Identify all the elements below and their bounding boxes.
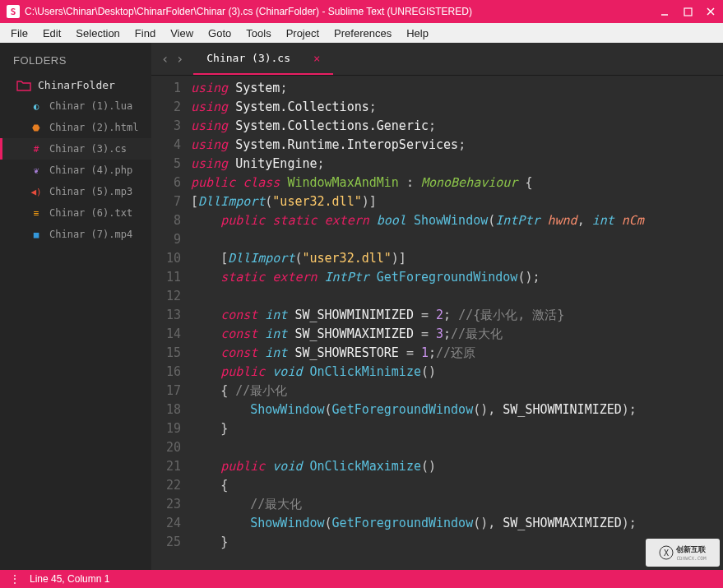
menu-item-project[interactable]: Project <box>279 25 327 42</box>
file-label: Chinar (2).html <box>49 122 138 133</box>
code-line[interactable]: } <box>191 419 723 438</box>
line-number: 3 <box>151 117 181 136</box>
code-line[interactable]: { <box>191 476 723 495</box>
svg-rect-1 <box>684 8 692 16</box>
line-number: 11 <box>151 268 181 287</box>
menu-item-preferences[interactable]: Preferences <box>327 25 399 42</box>
code-line[interactable]: public void OnClickMaximize() <box>191 457 723 476</box>
code-line[interactable] <box>191 230 723 249</box>
file-icon: ◀) <box>30 186 43 197</box>
window-title: C:\Users\Chinar\Desktop\ChinarFolder\Chi… <box>25 6 659 17</box>
line-number: 14 <box>151 325 181 344</box>
line-number: 7 <box>151 192 181 211</box>
svg-text:X: X <box>664 549 669 558</box>
menu-item-selection[interactable]: Selection <box>68 25 127 42</box>
code-line[interactable]: using System.Runtime.InteropServices; <box>191 136 723 155</box>
line-number: 5 <box>151 155 181 174</box>
sidebar-file[interactable]: ■Chinar (7).mp4 <box>0 224 151 245</box>
line-number: 6 <box>151 174 181 192</box>
line-number: 18 <box>151 400 181 419</box>
line-number: 22 <box>151 476 181 495</box>
code-content[interactable]: using System;using System.Collections;us… <box>191 76 723 570</box>
code-line[interactable]: //最大化 <box>191 495 723 514</box>
sidebar-file[interactable]: ◀)Chinar (5).mp3 <box>0 181 151 202</box>
menu-item-view[interactable]: View <box>163 25 201 42</box>
maximize-button[interactable] <box>682 6 693 17</box>
file-icon: ■ <box>30 229 43 240</box>
window-controls <box>659 6 716 17</box>
file-icon: # <box>30 143 43 155</box>
close-button[interactable] <box>705 6 716 17</box>
menu-item-file[interactable]: File <box>3 25 35 42</box>
statusbar-menu-icon[interactable]: ⋮ <box>10 573 20 585</box>
nav-forward-icon[interactable]: › <box>176 51 184 67</box>
line-number: 25 <box>151 533 181 552</box>
file-label: Chinar (1).lua <box>49 100 132 112</box>
code-line[interactable]: const int SW_SHOWRESTORE = 1;//还原 <box>191 344 723 363</box>
sidebar-file[interactable]: ◐Chinar (1).lua <box>0 95 151 117</box>
code-line[interactable]: const int SW_SHOWMAXIMIZED = 3;//最大化 <box>191 325 723 344</box>
line-number: 13 <box>151 306 181 325</box>
line-number: 12 <box>151 287 181 306</box>
line-number: 19 <box>151 419 181 438</box>
folder-label: ChinarFolder <box>38 79 115 91</box>
menu-item-edit[interactable]: Edit <box>35 25 68 42</box>
code-line[interactable]: [DllImport("user32.dll")] <box>191 192 723 211</box>
tab-active[interactable]: Chinar (3).cs × <box>193 43 333 75</box>
file-label: Chinar (7).mp4 <box>49 229 132 240</box>
tab-label: Chinar (3).cs <box>206 52 290 64</box>
code-line[interactable]: ShowWindow(GetForegroundWindow(), SW_SHO… <box>191 400 723 419</box>
line-number: 4 <box>151 136 181 155</box>
minimize-button[interactable] <box>659 6 670 17</box>
status-bar: ⋮ Line 45, Column 1 <box>0 570 723 588</box>
sidebar-header: FOLDERS <box>0 43 151 75</box>
tab-close-icon[interactable]: × <box>313 52 320 65</box>
line-number: 21 <box>151 457 181 476</box>
app-icon: S <box>7 5 20 18</box>
line-number: 15 <box>151 344 181 363</box>
editor-pane: ‹ › Chinar (3).cs × 12345678910111213141… <box>151 43 723 570</box>
sidebar-file[interactable]: ⬣Chinar (2).html <box>0 117 151 138</box>
code-line[interactable] <box>191 438 723 457</box>
line-number: 20 <box>151 438 181 457</box>
code-line[interactable]: const int SW_SHOWMINIMIZED = 2; //{最小化, … <box>191 306 723 325</box>
code-line[interactable]: static extern IntPtr GetForegroundWindow… <box>191 268 723 287</box>
menu-bar: FileEditSelectionFindViewGotoToolsProjec… <box>0 23 723 43</box>
code-line[interactable]: public class WindowMaxAndMin : MonoBehav… <box>191 174 723 192</box>
file-label: Chinar (6).txt <box>49 207 132 219</box>
code-line[interactable]: } <box>191 533 723 552</box>
menu-item-goto[interactable]: Goto <box>201 25 239 42</box>
cursor-position: Line 45, Column 1 <box>30 573 109 585</box>
code-line[interactable]: ShowWindow(GetForegroundWindow(), SW_SHO… <box>191 514 723 533</box>
code-line[interactable]: public static extern bool ShowWindow(Int… <box>191 211 723 230</box>
code-line[interactable]: using UnityEngine; <box>191 155 723 174</box>
code-line[interactable] <box>191 287 723 306</box>
code-line[interactable]: using System.Collections.Generic; <box>191 117 723 136</box>
sidebar-file[interactable]: #Chinar (3).cs <box>0 138 151 160</box>
sidebar-file[interactable]: ❦Chinar (4).php <box>0 160 151 181</box>
window-titlebar: S C:\Users\Chinar\Desktop\ChinarFolder\C… <box>0 0 723 23</box>
nav-back-icon[interactable]: ‹ <box>161 51 169 67</box>
menu-item-help[interactable]: Help <box>399 25 436 42</box>
sidebar-folder[interactable]: ChinarFolder <box>0 75 151 95</box>
code-line[interactable]: { //最小化 <box>191 382 723 400</box>
code-line[interactable]: [DllImport("user32.dll")] <box>191 249 723 268</box>
file-icon: ❦ <box>30 164 43 176</box>
file-label: Chinar (5).mp3 <box>49 186 132 197</box>
line-number: 16 <box>151 363 181 382</box>
watermark-text: 创新互联 <box>676 544 706 555</box>
folder-icon <box>16 80 31 91</box>
menu-item-find[interactable]: Find <box>127 25 163 42</box>
sidebar-file[interactable]: ≡Chinar (6).txt <box>0 202 151 224</box>
watermark-url: CDXWCX.COM <box>676 555 706 561</box>
code-line[interactable]: public void OnClickMinimize() <box>191 363 723 382</box>
line-number: 10 <box>151 249 181 268</box>
file-icon: ◐ <box>30 100 43 112</box>
line-number: 23 <box>151 495 181 514</box>
code-line[interactable]: using System; <box>191 79 723 98</box>
menu-item-tools[interactable]: Tools <box>239 25 278 42</box>
code-area[interactable]: 1234567891011121314151617181920212223242… <box>151 76 723 570</box>
code-line[interactable]: using System.Collections; <box>191 98 723 117</box>
line-number: 8 <box>151 211 181 230</box>
line-number: 9 <box>151 230 181 249</box>
